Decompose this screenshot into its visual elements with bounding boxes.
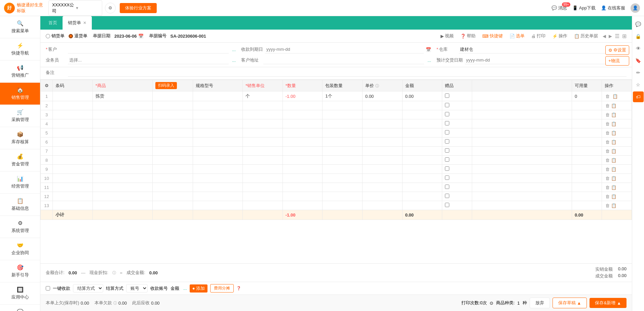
tab-home[interactable]: 首页 <box>43 16 63 30</box>
save-new-button[interactable]: 保存&新增 ▲ <box>590 298 627 308</box>
copy-icon[interactable]: 📋 <box>611 140 616 145</box>
delete-icon[interactable]: 🗑 <box>605 94 610 99</box>
scan-btn[interactable]: 扫码录入 <box>155 82 177 89</box>
rs-lock-icon[interactable]: 🔒 <box>633 31 644 42</box>
sidebar-item-quick-nav[interactable]: ⚡ 快捷导航 <box>0 38 40 61</box>
nav-prev-icon[interactable]: ◀ <box>603 34 606 39</box>
radio-sale[interactable]: 销货单 <box>46 33 65 39</box>
delete-icon[interactable]: 🗑 <box>605 176 610 181</box>
salesperson-dots[interactable]: ... <box>232 58 236 63</box>
print-btn[interactable]: 🖨 打印 <box>529 32 547 40</box>
delete-icon[interactable]: 🗑 <box>605 185 610 190</box>
row-pkg[interactable]: 1个 <box>323 91 363 101</box>
avatar[interactable]: 👤 <box>631 3 640 13</box>
delete-icon[interactable]: 🗑 <box>605 167 610 172</box>
sidebar-item-sales[interactable]: 🏠 销售管理 <box>0 83 40 105</box>
sidebar-item-marketing[interactable]: 📢 营销推广 <box>0 61 40 83</box>
online-support-btn[interactable]: 👤 在线客服 <box>601 5 625 11</box>
row-product[interactable]: 拣货 <box>92 91 152 101</box>
due-date-input[interactable] <box>265 45 424 53</box>
discount-help-icon[interactable]: ⓘ <box>112 270 116 275</box>
copy-icon[interactable]: 📋 <box>611 167 616 172</box>
shortcut-btn[interactable]: ⌨ 快捷键 <box>480 32 505 40</box>
th-settings[interactable]: ⚙ <box>41 80 53 91</box>
sidebar-item-system[interactable]: ⚙ 系统管理 <box>0 216 40 238</box>
abandon-button[interactable]: 放弃 <box>530 298 550 308</box>
expense-btn[interactable]: 费用分摊 <box>210 284 234 293</box>
salesperson-input[interactable] <box>68 56 229 64</box>
settings-btn[interactable]: ⚙ ⚙设置 <box>605 45 629 55</box>
customer-addr-dots[interactable]: ... <box>427 58 431 63</box>
sidebar-item-inventory[interactable]: 📦 库存核算 <box>0 127 40 149</box>
message-btn[interactable]: 💬 消息 99+ <box>552 5 567 11</box>
account-select[interactable]: 账号 <box>126 284 148 293</box>
copy-icon[interactable]: 📋 <box>611 203 616 208</box>
save-draft-button[interactable]: 保存草稿 ▲ <box>553 298 587 308</box>
delete-icon[interactable]: 🗑 <box>605 158 610 163</box>
trial-button[interactable]: 体验行业方案 <box>120 3 157 13</box>
copy-icon[interactable]: 📋 <box>612 94 618 99</box>
customer-input[interactable] <box>68 45 229 53</box>
copy-icon[interactable]: 📋 <box>611 130 616 135</box>
delete-icon[interactable]: 🗑 <box>605 194 610 199</box>
add-btn[interactable]: ● 添加 <box>190 284 207 293</box>
row-barcode[interactable] <box>53 91 93 101</box>
delete-icon[interactable]: 🗑 <box>605 103 610 108</box>
company-selector[interactable]: XXXXXX公司 ▾ <box>48 0 102 16</box>
debt-help-icon[interactable]: ⓘ <box>113 301 117 306</box>
row-price[interactable]: 0.00 <box>363 91 403 101</box>
sidebar-item-cooperation[interactable]: 🤝 企业协同 <box>0 238 40 260</box>
calc-method-select[interactable]: 结算方式 <box>73 284 103 293</box>
price-help-icon[interactable]: ⓘ <box>375 84 379 88</box>
calendar-icon[interactable]: 📅 <box>138 34 144 39</box>
copy-icon[interactable]: 📋 <box>611 194 616 199</box>
sidebar-item-finance[interactable]: 💰 资金管理 <box>0 149 40 171</box>
row-amount[interactable]: 0.00 <box>402 91 442 101</box>
row-gift[interactable] <box>442 91 472 101</box>
rs-star-icon[interactable]: ☆ <box>633 79 644 90</box>
delete-icon[interactable]: 🗑 <box>605 112 610 117</box>
due-date-calendar-icon[interactable]: 📅 <box>426 47 431 52</box>
help-btn[interactable]: ❓ 帮助 <box>458 32 478 40</box>
th-scan[interactable]: 扫码录入 <box>152 80 193 91</box>
copy-icon[interactable]: 📋 <box>611 149 616 154</box>
video-btn[interactable]: ▶ 视频 <box>439 32 456 40</box>
flow-btn[interactable]: +物流 <box>605 56 629 66</box>
sidebar-item-search[interactable]: 🔍 搜索菜单 <box>0 16 40 38</box>
customer-addr-input[interactable] <box>263 56 424 64</box>
radio-return[interactable]: 退货单 <box>69 33 87 39</box>
notes-input[interactable] <box>68 69 627 77</box>
copy-icon[interactable]: 📋 <box>611 103 616 108</box>
settings-icon-btn[interactable]: ⚙ <box>105 3 116 13</box>
copy-icon[interactable]: 📋 <box>611 121 616 126</box>
rs-eye-icon[interactable]: 👁 <box>633 43 644 54</box>
copy-icon[interactable]: 📋 <box>611 112 616 117</box>
sidebar-item-basic-info[interactable]: 📋 基础信息 <box>0 194 40 216</box>
rs-chat-icon[interactable]: 💬 <box>633 19 644 30</box>
amount-dots[interactable]: ... <box>183 286 187 291</box>
expense-help-icon[interactable]: ❓ <box>236 286 241 290</box>
sidebar-item-app-center[interactable]: 🔲 应用中心 <box>0 282 40 305</box>
quick-payment-checkbox[interactable] <box>46 286 50 290</box>
row-unit[interactable]: 个 <box>243 91 283 101</box>
sidebar-item-operations[interactable]: 📊 经营管理 <box>0 171 40 194</box>
history-btn[interactable]: 📋 历史单据 <box>572 32 600 40</box>
customer-dots[interactable]: ... <box>232 47 236 52</box>
grid-view-icon[interactable]: ⊞ <box>622 33 627 39</box>
delete-icon[interactable]: 🗑 <box>605 203 610 208</box>
tab-close-icon[interactable]: ✕ <box>83 21 86 25</box>
sidebar-item-guide[interactable]: 🎯 新手引导 <box>0 260 40 282</box>
delete-icon[interactable]: 🗑 <box>605 140 610 145</box>
copy-icon[interactable]: 📋 <box>611 185 616 190</box>
delete-icon[interactable]: 🗑 <box>605 121 610 126</box>
copy-icon[interactable]: 📋 <box>611 158 616 163</box>
sidebar-item-wechat[interactable]: 💬 企业微信 <box>0 305 40 311</box>
warehouse-input[interactable] <box>459 45 619 53</box>
row-qty[interactable]: -1.00 <box>282 91 323 101</box>
sidebar-item-purchase[interactable]: 🛒 采购管理 <box>0 105 40 127</box>
row-spec[interactable] <box>193 91 242 101</box>
delete-icon[interactable]: 🗑 <box>605 130 610 135</box>
app-download-btn[interactable]: 📱 App下载 <box>572 5 596 11</box>
rs-edit-icon[interactable]: ✏ <box>633 67 644 78</box>
delivery-date-input[interactable] <box>465 56 619 64</box>
